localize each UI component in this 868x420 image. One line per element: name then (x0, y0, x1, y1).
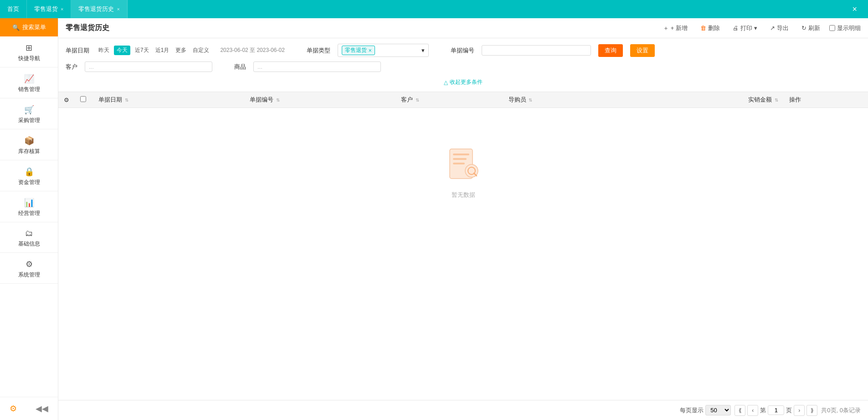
show-detail-checkbox-label[interactable]: 显示明细 (829, 24, 861, 32)
sidebar-item-operations-label: 经营管理 (18, 210, 40, 217)
show-detail-checkbox[interactable] (829, 25, 835, 31)
svg-rect-3 (453, 163, 465, 164)
collapse-label: 收起更多条件 (450, 78, 483, 86)
doc-no-input[interactable] (482, 45, 591, 56)
th-customer-sort-icon: ⇅ (416, 97, 419, 102)
delete-button[interactable]: 🗑 删除 (697, 22, 724, 34)
tab-retail-return-history-close[interactable]: × (117, 6, 119, 12)
sidebar-item-operations[interactable]: 📊 经营管理 (0, 191, 58, 222)
date-opt-today[interactable]: 今天 (114, 46, 130, 55)
doc-type-tag: 零售退货 × (342, 46, 375, 55)
th-doc-no-sort-icon: ⇅ (276, 97, 280, 102)
doc-type-tag-remove[interactable]: × (369, 47, 372, 54)
top-bar: 首页 零售退货 × 零售退货历史 × × (0, 0, 868, 18)
th-action-label: 操作 (789, 96, 801, 103)
goods-label: 商品 (234, 63, 246, 71)
page-size-dropdown[interactable]: 50 10 20 100 (705, 405, 731, 415)
th-customer[interactable]: 客户 ⇅ (395, 92, 503, 108)
window-close-button[interactable]: × (848, 3, 861, 16)
sidebar-item-system[interactable]: ⚙ 系统管理 (0, 253, 58, 284)
customer-select[interactable]: ... (85, 61, 212, 72)
sidebar-item-quick-nav[interactable]: ⊞ 快捷导航 (0, 36, 58, 67)
date-opt-more[interactable]: 更多 (174, 46, 188, 55)
sidebar-search[interactable]: 🔍 搜索菜单 (0, 18, 58, 36)
purchase-icon: 🛒 (24, 105, 34, 115)
print-button[interactable]: 🖨 打印 ▾ (729, 22, 761, 34)
th-checkbox[interactable] (75, 92, 93, 108)
export-button[interactable]: ↗ 导出 (766, 22, 792, 34)
inventory-icon: 📦 (24, 136, 34, 146)
th-doc-no[interactable]: 单据编号 ⇅ (244, 92, 395, 108)
delete-icon: 🗑 (700, 25, 706, 31)
collapse-button[interactable]: △ 收起更多条件 (444, 78, 483, 86)
query-button[interactable]: 查询 (598, 44, 623, 57)
sidebar-item-purchase[interactable]: 🛒 采购管理 (0, 98, 58, 129)
doc-type-select[interactable]: 零售退货 × ▾ (338, 44, 429, 57)
doc-no-label: 单据编号 (451, 46, 474, 55)
customer-ellipsis: ... (89, 63, 94, 70)
svg-rect-1 (453, 154, 469, 155)
date-range-display: 2023-06-02 至 2023-06-02 (220, 46, 284, 54)
prev-page-button[interactable]: ‹ (747, 405, 758, 416)
svg-rect-2 (453, 158, 467, 160)
th-guide[interactable]: 导购员 ⇅ (503, 92, 632, 108)
last-page-button[interactable]: ⟫ (806, 405, 817, 416)
empty-state: 暂无数据 (58, 108, 868, 236)
page-nav: ⟪ ‹ 第 页 › ⟫ (734, 405, 817, 416)
filter-row-1: 单据日期 昨天 今天 近7天 近1月 更多 自定义 2023-06-02 至 2… (66, 44, 861, 57)
refresh-button[interactable]: ↻ 刷新 (798, 22, 824, 34)
refresh-icon: ↻ (801, 25, 806, 31)
select-all-checkbox[interactable] (80, 96, 86, 102)
sidebar-search-label: 搜索菜单 (22, 23, 46, 31)
date-opt-last7[interactable]: 近7天 (133, 46, 151, 55)
th-amount[interactable]: 实销金额 ⇅ (632, 92, 784, 108)
goods-select[interactable]: ... (253, 61, 381, 72)
sidebar-settings-button[interactable]: ⚙ (8, 402, 19, 415)
th-customer-label: 客户 (401, 96, 413, 103)
sidebar-audio-button[interactable]: ◀◀ (34, 402, 50, 415)
settings-button[interactable]: 设置 (630, 44, 655, 57)
sidebar-bottom: ⚙ ◀◀ (0, 397, 58, 420)
sidebar-item-finance-label: 资金管理 (18, 179, 40, 186)
tab-retail-return-close[interactable]: × (61, 6, 63, 12)
page-number-input[interactable] (768, 405, 784, 415)
show-detail-label: 显示明细 (837, 24, 861, 32)
th-settings[interactable]: ⚙ (58, 92, 75, 108)
first-page-button[interactable]: ⟪ (734, 405, 745, 416)
doc-type-dropdown-icon: ▾ (421, 47, 425, 54)
new-icon: ＋ (663, 24, 669, 32)
tab-home[interactable]: 首页 (0, 0, 27, 18)
empty-text: 暂无数据 (452, 191, 475, 199)
sidebar-item-sales[interactable]: 📈 销售管理 (0, 67, 58, 98)
page-title: 零售退货历史 (66, 23, 109, 33)
sidebar-item-base-info[interactable]: 🗂 基础信息 (0, 222, 58, 253)
th-doc-no-label: 单据编号 (250, 96, 273, 103)
data-table: ⚙ 单据日期 ⇅ 单据编号 ⇅ (58, 92, 868, 236)
tab-retail-return[interactable]: 零售退货 × (27, 0, 71, 18)
tab-bar: 首页 零售退货 × 零售退货历史 × (0, 0, 848, 18)
date-opt-yesterday[interactable]: 昨天 (97, 46, 111, 55)
date-opt-custom[interactable]: 自定义 (191, 46, 211, 55)
table-area: ⚙ 单据日期 ⇅ 单据编号 ⇅ (58, 92, 868, 400)
page-size-label: 每页显示 (680, 406, 704, 415)
filter-row-2: 客户 ... 商品 ... (66, 61, 861, 72)
quick-nav-icon: ⊞ (26, 43, 32, 53)
page-header: 零售退货历史 ＋ + 新增 🗑 删除 🖨 打印 ▾ ↗ 导出 (58, 18, 868, 38)
empty-row: 暂无数据 (58, 108, 868, 236)
date-opt-last1m[interactable]: 近1月 (154, 46, 171, 55)
customer-label: 客户 (66, 63, 77, 71)
finance-icon: 🔒 (24, 167, 34, 177)
sidebar-item-finance[interactable]: 🔒 资金管理 (0, 160, 58, 191)
collapse-row: △ 收起更多条件 (66, 77, 861, 88)
new-button[interactable]: ＋ + 新增 (659, 22, 691, 34)
sidebar-item-purchase-label: 采购管理 (18, 117, 40, 124)
empty-illustration (443, 144, 484, 185)
print-icon: 🖨 (733, 25, 739, 31)
sidebar-item-inventory[interactable]: 📦 库存核算 (0, 129, 58, 160)
th-date[interactable]: 单据日期 ⇅ (93, 92, 244, 108)
next-page-button[interactable]: › (794, 405, 805, 416)
sidebar: 🔍 搜索菜单 ⊞ 快捷导航 📈 销售管理 🛒 采购管理 📦 库存核算 🔒 资金管… (0, 18, 58, 420)
collapse-icon: △ (444, 79, 448, 86)
tab-retail-return-history[interactable]: 零售退货历史 × (71, 0, 127, 18)
th-action: 操作 (784, 92, 868, 108)
